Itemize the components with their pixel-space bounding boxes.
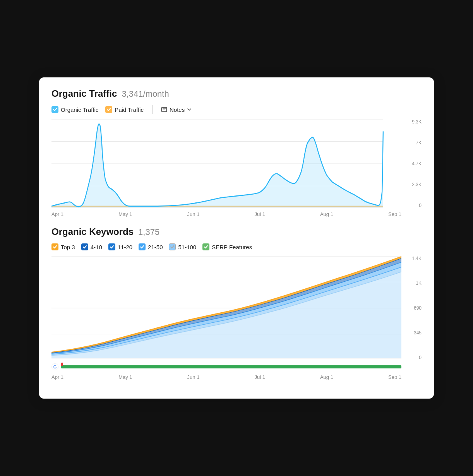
organic-traffic-count: 3,341/month [122, 89, 169, 99]
organic-keywords-count: 1,375 [138, 227, 159, 237]
legend-organic-label: Organic Traffic [61, 106, 98, 113]
legend-4-10-label: 4-10 [91, 244, 102, 250]
legend-top3-label: Top 3 [61, 244, 75, 250]
algorithm-flags [61, 362, 401, 369]
y-axis-labels-traffic: 9.3K 7K 4.7K 2.3K 0 [403, 119, 422, 208]
kx-label-apr: Apr 1 [51, 374, 63, 380]
notes-icon [161, 106, 167, 113]
11-20-check-icon [108, 243, 115, 250]
x-label-jun: Jun 1 [187, 211, 200, 217]
notes-label: Notes [170, 106, 185, 113]
x-label-sep: Sep 1 [388, 211, 401, 217]
legend-top3[interactable]: Top 3 [51, 243, 75, 250]
svg-rect-17 [61, 363, 63, 366]
organic-keywords-chart: 1.4K 1K 690 345 0 [51, 256, 422, 360]
legend-paid-label: Paid Traffic [115, 106, 144, 113]
organic-keywords-title: Organic Keywords [51, 226, 134, 237]
ky-label-2: 690 [403, 305, 422, 311]
legend-51-100-label: 51-100 [178, 244, 196, 250]
main-card: Organic Traffic 3,341/month Organic Traf… [39, 77, 434, 399]
kx-label-jul: Jul 1 [254, 374, 265, 380]
legend-divider [152, 105, 153, 114]
serp-check-icon [202, 243, 209, 250]
paid-check-icon [105, 106, 112, 113]
organic-traffic-chart: 9.3K 7K 4.7K 2.3K 0 [51, 119, 422, 208]
x-label-apr: Apr 1 [51, 211, 63, 217]
flag-sep1 [61, 362, 63, 369]
traffic-svg [51, 119, 422, 208]
google-algorithm-bar: G [51, 363, 422, 370]
chevron-down-icon [187, 107, 192, 112]
legend-21-50-label: 21-50 [148, 244, 163, 250]
legend-organic[interactable]: Organic Traffic [51, 106, 98, 113]
ky-label-4: 0 [403, 355, 422, 360]
legend-21-50[interactable]: 21-50 [139, 243, 163, 250]
51-100-check-icon [169, 243, 176, 250]
ky-label-1: 1K [403, 281, 422, 286]
traffic-legend-row: Organic Traffic Paid Traffic Notes [51, 105, 422, 114]
y-label-0: 9.3K [403, 119, 422, 125]
y-label-1: 7K [403, 140, 422, 146]
google-logo: G [51, 363, 58, 370]
ky-label-3: 345 [403, 330, 422, 336]
ky-label-0: 1.4K [403, 256, 422, 261]
organic-keywords-section: Organic Keywords 1,375 Top 3 4-10 11- [51, 226, 422, 380]
y-label-4: 0 [403, 203, 422, 208]
organic-check-icon [51, 106, 58, 113]
x-axis-labels-keywords: Apr 1 May 1 Jun 1 Jul 1 Aug 1 Sep 1 [51, 374, 422, 380]
legend-serp[interactable]: SERP Features [202, 243, 252, 250]
legend-serp-label: SERP Features [212, 244, 252, 250]
svg-rect-0 [162, 108, 167, 112]
21-50-check-icon [139, 243, 146, 250]
x-label-jul: Jul 1 [254, 211, 265, 217]
google-bar-line [61, 365, 401, 368]
legend-11-20-label: 11-20 [118, 244, 132, 250]
x-axis-labels-traffic: Apr 1 May 1 Jun 1 Jul 1 Aug 1 Sep 1 [51, 211, 422, 217]
organic-keywords-header: Organic Keywords 1,375 [51, 226, 422, 237]
kx-label-may: May 1 [118, 374, 132, 380]
legend-4-10[interactable]: 4-10 [81, 243, 102, 250]
x-label-may: May 1 [118, 211, 132, 217]
organic-traffic-header: Organic Traffic 3,341/month [51, 88, 422, 99]
top3-check-icon [51, 243, 58, 250]
y-label-3: 2.3K [403, 182, 422, 187]
legend-51-100[interactable]: 51-100 [169, 243, 196, 250]
legend-paid[interactable]: Paid Traffic [105, 106, 144, 113]
kx-label-aug: Aug 1 [320, 374, 333, 380]
notes-button[interactable]: Notes [161, 106, 192, 113]
organic-traffic-section: Organic Traffic 3,341/month Organic Traf… [51, 88, 422, 217]
x-label-aug: Aug 1 [320, 211, 333, 217]
keywords-svg [51, 256, 422, 360]
organic-traffic-title: Organic Traffic [51, 88, 117, 99]
y-axis-labels-keywords: 1.4K 1K 690 345 0 [403, 256, 422, 360]
legend-11-20[interactable]: 11-20 [108, 243, 132, 250]
4-10-check-icon [81, 243, 88, 250]
kx-label-jun: Jun 1 [187, 374, 200, 380]
y-label-2: 4.7K [403, 161, 422, 166]
keywords-legend-row: Top 3 4-10 11-20 21-50 [51, 243, 422, 250]
kx-label-sep: Sep 1 [388, 374, 401, 380]
